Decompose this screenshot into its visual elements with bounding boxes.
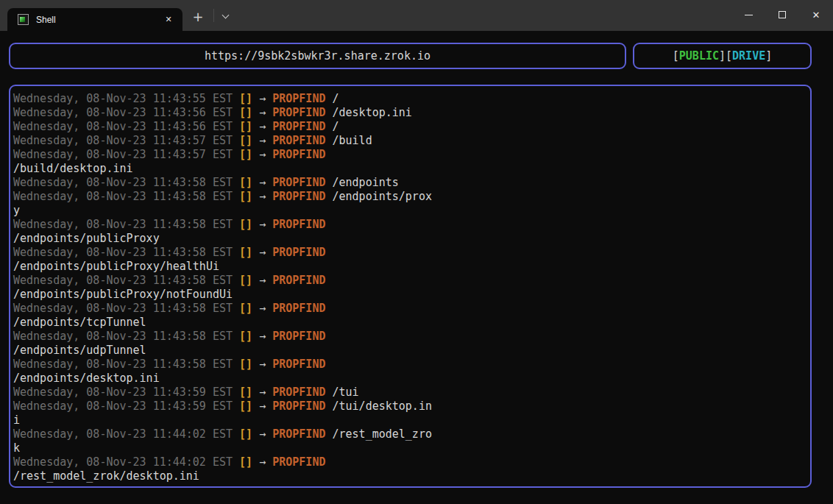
badge-bracket: ]: [719, 49, 726, 63]
log-bracket: []: [239, 274, 252, 287]
badge-public: PUBLIC: [679, 49, 719, 63]
log-bracket: []: [239, 246, 252, 259]
log-timestamp: Wednesday, 08-Nov-23 11:43:58 EST: [13, 246, 233, 259]
tab-shell[interactable]: Shell ✕: [7, 8, 182, 31]
log-timestamp: Wednesday, 08-Nov-23 11:43:56 EST: [13, 106, 233, 119]
log-path: /build: [332, 134, 372, 147]
badge-drive: DRIVE: [732, 49, 765, 63]
log-bracket: []: [239, 218, 252, 231]
arrow-right-icon: →: [259, 120, 266, 133]
terminal-content: https://9sbk2sbwkr3r.share.zrok.io [PUBL…: [0, 31, 833, 504]
log-bracket: []: [239, 190, 252, 203]
shell-icon-glyph: [20, 17, 25, 22]
log-row: Wednesday, 08-Nov-23 11:44:02 EST [] → P…: [13, 455, 810, 469]
log-method: PROPFIND: [272, 190, 325, 203]
log-path-continuation: i: [13, 414, 20, 427]
log-row: /rest_model_zrok/desktop.ini: [13, 469, 810, 483]
log-row: Wednesday, 08-Nov-23 11:44:02 EST [] → P…: [13, 427, 810, 441]
plus-icon: +: [192, 9, 203, 24]
log-path-continuation: /endpoints/tcpTunnel: [13, 316, 146, 329]
minimize-icon: [745, 15, 753, 15]
log-row: Wednesday, 08-Nov-23 11:43:59 EST [] → P…: [13, 386, 810, 400]
log-row: Wednesday, 08-Nov-23 11:43:58 EST [] → P…: [13, 274, 810, 288]
log-bracket: []: [239, 106, 252, 119]
log-row: Wednesday, 08-Nov-23 11:43:57 EST [] → P…: [13, 134, 810, 148]
chevron-down-icon: [221, 11, 229, 18]
log-path-continuation: /build/desktop.ini: [13, 162, 133, 175]
log-timestamp: Wednesday, 08-Nov-23 11:43:59 EST: [13, 386, 233, 399]
log-method: PROPFIND: [272, 427, 325, 441]
close-icon: ✕: [165, 15, 171, 24]
log-method: PROPFIND: [272, 120, 325, 133]
log-timestamp: Wednesday, 08-Nov-23 11:43:57 EST: [13, 134, 233, 147]
log-path-continuation: y: [13, 204, 20, 217]
log-bracket: []: [239, 455, 252, 469]
log-timestamp: Wednesday, 08-Nov-23 11:43:56 EST: [13, 120, 233, 133]
arrow-right-icon: →: [259, 358, 266, 371]
shell-icon: [18, 14, 29, 25]
log-row: /endpoints/tcpTunnel: [13, 316, 810, 330]
log-method: PROPFIND: [272, 246, 325, 259]
tab-close-button[interactable]: ✕: [162, 13, 175, 26]
log-path: /rest_model_zro: [332, 427, 431, 441]
log-row: Wednesday, 08-Nov-23 11:43:58 EST [] → P…: [13, 246, 810, 260]
log-path: /tui: [332, 386, 358, 399]
log-row: Wednesday, 08-Nov-23 11:43:58 EST [] → P…: [13, 218, 810, 232]
arrow-right-icon: →: [259, 330, 266, 343]
arrow-right-icon: →: [259, 190, 266, 203]
log-bracket: []: [239, 400, 252, 413]
log-timestamp: Wednesday, 08-Nov-23 11:43:57 EST: [13, 148, 233, 161]
log-row: /endpoints/udpTunnel: [13, 344, 810, 358]
log-method: PROPFIND: [272, 330, 325, 343]
log-method: PROPFIND: [272, 400, 325, 413]
arrow-right-icon: →: [259, 134, 266, 147]
log-bracket: []: [239, 176, 252, 189]
log-path: /: [332, 92, 338, 105]
log-method: PROPFIND: [272, 134, 325, 147]
log-row: /endpoints/publicProxy/notFoundUi: [13, 288, 810, 302]
log-path-continuation: /endpoints/publicProxy: [13, 232, 160, 245]
log-path: /desktop.ini: [332, 106, 411, 119]
maximize-button[interactable]: [765, 0, 799, 29]
log-row: Wednesday, 08-Nov-23 11:43:58 EST [] → P…: [13, 330, 810, 344]
log-method: PROPFIND: [272, 218, 325, 231]
arrow-right-icon: →: [259, 400, 266, 413]
log-bracket: []: [239, 386, 252, 399]
log-path-continuation: /endpoints/publicProxy/notFoundUi: [13, 288, 233, 301]
tab-title: Shell: [36, 15, 162, 25]
arrow-right-icon: →: [259, 246, 266, 259]
log-row: /endpoints/publicProxy: [13, 232, 810, 246]
tab-dropdown-button[interactable]: [216, 6, 235, 26]
log-path: /tui/desktop.in: [332, 400, 431, 413]
log-bracket: []: [239, 302, 252, 315]
arrow-right-icon: →: [259, 218, 266, 231]
log-row: /endpoints/publicProxy/healthUi: [13, 260, 810, 274]
log-timestamp: Wednesday, 08-Nov-23 11:43:58 EST: [13, 358, 233, 371]
share-url-box: https://9sbk2sbwkr3r.share.zrok.io: [9, 43, 626, 69]
log-timestamp: Wednesday, 08-Nov-23 11:43:58 EST: [13, 330, 233, 343]
log-row: Wednesday, 08-Nov-23 11:43:55 EST [] → P…: [13, 92, 810, 106]
tab-bar-divider: [213, 9, 214, 22]
arrow-right-icon: →: [259, 455, 266, 469]
minimize-button[interactable]: [731, 0, 765, 29]
share-url: https://9sbk2sbwkr3r.share.zrok.io: [205, 49, 430, 63]
maximize-icon: [779, 11, 786, 18]
share-badges-box: [PUBLIC] [DRIVE]: [633, 43, 812, 69]
log-row: /endpoints/desktop.ini: [13, 372, 810, 386]
log-row: y: [13, 204, 810, 218]
window-close-button[interactable]: ✕: [799, 0, 833, 29]
title-bar: Shell ✕ + ✕: [0, 0, 833, 31]
log-timestamp: Wednesday, 08-Nov-23 11:43:59 EST: [13, 400, 233, 413]
request-log-viewport[interactable]: Wednesday, 08-Nov-23 11:43:55 EST [] → P…: [9, 85, 812, 488]
arrow-right-icon: →: [259, 302, 266, 315]
log-path-continuation: /endpoints/publicProxy/healthUi: [13, 260, 219, 273]
badge-bracket: ]: [765, 49, 772, 63]
new-tab-button[interactable]: +: [187, 6, 209, 26]
log-method: PROPFIND: [272, 455, 325, 469]
log-method: PROPFIND: [272, 358, 325, 371]
log-row: Wednesday, 08-Nov-23 11:43:57 EST [] → P…: [13, 148, 810, 162]
log-path: /endpoints: [332, 176, 398, 189]
arrow-right-icon: →: [259, 148, 266, 161]
window-controls: ✕: [731, 0, 833, 31]
arrow-right-icon: →: [259, 176, 266, 189]
